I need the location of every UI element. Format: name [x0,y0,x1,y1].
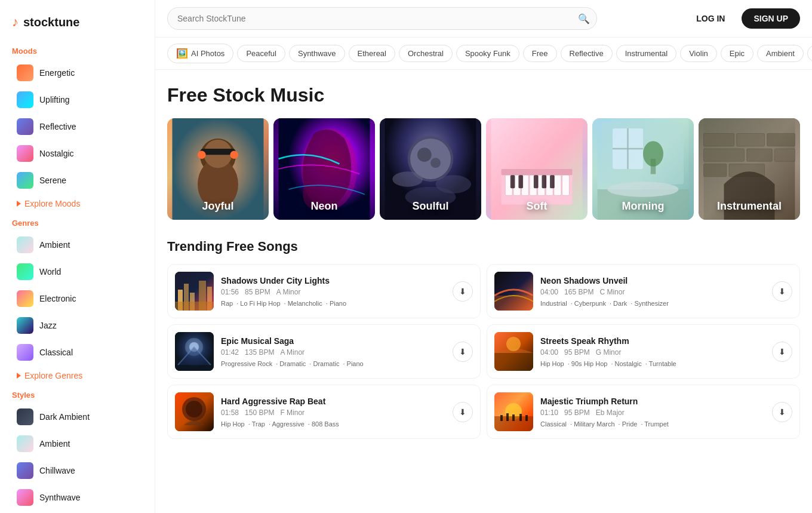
song-title: Shadows Under City Lights [221,276,445,285]
filter-tab-synthwave[interactable]: Synthwave [289,45,345,62]
sidebar-item-classical[interactable]: Classical [5,339,150,365]
svg-rect-43 [704,134,734,146]
song-tags: Progressive Rock · Dramatic · Dramatic ·… [221,360,445,367]
chillwave-icon [17,462,33,479]
svg-rect-49 [704,164,727,177]
mood-card-soulful[interactable]: Soulful [380,118,481,220]
svg-rect-57 [175,302,214,311]
svg-point-12 [417,148,432,162]
song-bpm: 95 BPM [564,348,590,357]
sidebar-item-label: Ambient [39,439,70,449]
sidebar-item-nostalgic[interactable]: Nostalgic [5,140,150,167]
song-thumb-hard-rap [175,392,214,431]
sidebar-item-label: Ambient [39,240,70,250]
download-button-shadows-city[interactable]: ⬇ [453,281,473,302]
filter-tab-violin[interactable]: Violin [680,45,717,62]
explore-genres-link[interactable]: Explore Genres [5,366,150,385]
serene-icon [17,172,33,189]
song-info-majestic: Majestic Triumph Return 01:10 95 BPM Eb … [540,397,765,428]
song-tag: · Lo Fi Hip Hop [236,300,280,307]
sidebar-item-jazz[interactable]: Jazz [5,312,150,339]
mood-card-morning[interactable]: Morning [592,118,694,220]
song-tag: Rap [221,300,233,307]
song-meta: 04:00 165 BPM C Minor [540,288,765,296]
song-card-neon-shadows[interactable]: Neon Shadows Unveil 04:00 165 BPM C Mino… [487,264,800,318]
svg-point-39 [643,141,663,167]
song-card-epic-musical[interactable]: Epic Musical Saga 01:42 135 BPM A Minor … [167,324,481,379]
filter-tab-instrumental[interactable]: Instrumental [616,45,677,62]
svg-point-41 [608,182,679,197]
sidebar: ♪ stocktune Moods Energetic Uplifting Re… [0,0,155,513]
song-tag: · Dark [610,300,627,307]
filter-tab-free[interactable]: Free [523,45,557,62]
song-title: Streets Speak Rhythm [540,336,765,346]
download-button-streets-rhythm[interactable]: ⬇ [772,342,792,362]
svg-rect-27 [562,175,570,195]
synthwave-icon [17,489,33,506]
song-thumb-streets-rhythm [494,332,533,371]
filter-tab-ethereal[interactable]: Ethereal [349,45,395,62]
song-tag: · Pride [619,420,638,428]
sidebar-item-electronic[interactable]: Electronic [5,285,150,312]
filter-tab-peaceful[interactable]: Peaceful [237,45,285,62]
filter-tab-ambient[interactable]: Ambient [757,45,804,62]
song-bpm: 95 BPM [564,408,590,417]
sidebar-item-serene[interactable]: Serene [5,167,150,193]
search-input[interactable] [167,7,597,30]
download-button-neon-shadows[interactable]: ⬇ [772,281,792,302]
mood-card-neon[interactable]: Neon [273,118,375,220]
song-bpm: 165 BPM [564,288,593,296]
song-info-neon-shadows: Neon Shadows Unveil 04:00 165 BPM C Mino… [540,276,765,307]
mood-card-joyful[interactable]: Joyful [167,118,269,220]
sidebar-item-label: Dark Ambient [39,412,90,422]
svg-rect-75 [519,414,522,421]
song-info-epic-musical: Epic Musical Saga 01:42 135 BPM A Minor … [221,336,445,367]
song-tags: Classical · Military March · Pride · Tru… [540,420,765,428]
sidebar-item-world[interactable]: World [5,259,150,285]
sidebar-item-ambient[interactable]: Ambient [5,232,150,258]
mood-card-soft[interactable]: Soft [486,118,588,220]
filter-tab-spooky-funk[interactable]: Spooky Funk [456,45,519,62]
ai-photos-emoji: 🖼️ [176,48,188,59]
filter-tab-epic[interactable]: Epic [721,45,753,62]
song-thumb-majestic [494,392,533,431]
download-button-epic-musical[interactable]: ⬇ [453,342,473,362]
filter-tab-chillwave[interactable]: Chillwave [807,45,812,62]
sidebar-item-ambient-style[interactable]: Ambient [5,431,150,457]
filter-tab-reflective[interactable]: Reflective [561,45,613,62]
login-button[interactable]: LOG IN [687,9,734,28]
song-card-streets-rhythm[interactable]: Streets Speak Rhythm 04:00 95 BPM G Mino… [487,324,800,379]
jazz-icon [17,317,33,334]
song-title: Epic Musical Saga [221,336,445,346]
download-button-majestic[interactable]: ⬇ [772,402,792,422]
sidebar-item-label: Reflective [39,122,76,131]
logo[interactable]: ♪ stocktune [0,10,155,42]
song-card-shadows-city[interactable]: Shadows Under City Lights 01:56 85 BPM A… [167,264,481,318]
svg-rect-48 [775,149,795,161]
song-card-majestic[interactable]: Majestic Triumph Return 01:10 95 BPM Eb … [487,385,800,439]
header-actions: LOG IN SIGN UP [687,8,800,29]
song-key: G Minor [596,348,622,357]
svg-rect-29 [518,175,523,188]
song-key: A Minor [276,288,301,296]
song-tag: · Military March [570,420,615,428]
download-button-hard-rap[interactable]: ⬇ [453,402,473,422]
sidebar-item-synthwave[interactable]: Synthwave [5,484,150,511]
sidebar-item-chillwave[interactable]: Chillwave [5,457,150,484]
filter-tab-orchestral[interactable]: Orchestral [399,45,453,62]
filter-tab-ai-photos[interactable]: 🖼️ AI Photos [167,44,233,63]
explore-moods-link[interactable]: Explore Moods [5,194,150,213]
sidebar-item-energetic[interactable]: Energetic [5,60,150,86]
sidebar-item-dark-ambient[interactable]: Dark Ambient [5,404,150,430]
signup-button[interactable]: SIGN UP [742,8,800,29]
mood-card-instrumental[interactable]: Instrumental [699,118,800,220]
song-tag: · Synthesizer [630,300,669,307]
sidebar-item-reflective[interactable]: Reflective [5,113,150,140]
song-tag: · Trumpet [641,420,668,428]
sidebar-item-uplifting[interactable]: Uplifting [5,87,150,113]
svg-rect-44 [737,134,765,146]
song-tag: Industrial [540,300,567,307]
sidebar-item-label: World [39,267,61,277]
dark-ambient-icon [17,408,33,425]
song-card-hard-rap[interactable]: Hard Aggressive Rap Beat 01:58 150 BPM F… [167,385,481,439]
